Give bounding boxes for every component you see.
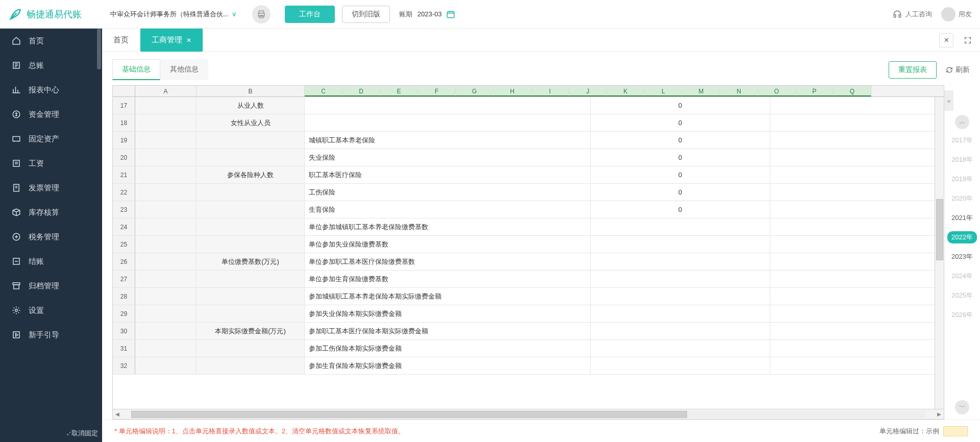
sidebar-item-stock[interactable]: 库存核算 xyxy=(0,200,102,225)
cell-description[interactable] xyxy=(305,114,591,131)
year-item[interactable]: 2023年 xyxy=(947,251,977,263)
cell[interactable] xyxy=(135,357,197,374)
cell-category[interactable] xyxy=(197,201,305,218)
cell-value[interactable] xyxy=(591,340,770,357)
cell[interactable] xyxy=(770,323,944,339)
column-header[interactable]: N xyxy=(720,86,758,96)
sidebar-item-ledger[interactable]: 总账 xyxy=(0,53,102,78)
sidebar-item-invoice[interactable]: 发票管理 xyxy=(0,176,102,200)
cell-category[interactable] xyxy=(197,218,305,235)
cell-description[interactable]: 单位参加职工基本医疗保险缴费基数 xyxy=(305,253,591,270)
column-header[interactable]: I xyxy=(531,86,569,96)
column-header[interactable]: E xyxy=(380,86,418,96)
sidebar-item-chart[interactable]: 报表中心 xyxy=(0,78,102,102)
sidebar-item-fund[interactable]: 资金管理 xyxy=(0,102,102,127)
row-header[interactable]: 31 xyxy=(113,340,135,357)
org-selector[interactable]: 中审众环会计师事务所（特殊普通合伙... ∨ xyxy=(110,10,237,19)
sidebar-item-home[interactable]: 首页 xyxy=(0,29,102,53)
cell-value[interactable]: 0 xyxy=(591,184,770,201)
sub-tab[interactable]: 其他信息 xyxy=(160,59,208,80)
cell[interactable] xyxy=(135,340,197,357)
cell-description[interactable]: 参加职工基本医疗保险本期实际缴费金额 xyxy=(305,323,591,339)
cell-value[interactable] xyxy=(591,357,770,374)
cell-value[interactable] xyxy=(591,253,770,270)
cell-value[interactable]: 0 xyxy=(591,201,770,218)
cell-category[interactable] xyxy=(197,236,305,253)
column-header[interactable]: A xyxy=(135,86,197,96)
cell[interactable] xyxy=(770,184,944,201)
cell[interactable] xyxy=(135,271,197,287)
cell[interactable] xyxy=(135,253,197,270)
close-all-tabs-button[interactable]: ✕ xyxy=(939,33,953,47)
cell[interactable] xyxy=(135,218,197,235)
spreadsheet[interactable]: ABCDEFGHIJKLMNOPQ 17从业人数018女性从业人员019城镇职工… xyxy=(112,85,944,420)
sidebar-item-guide[interactable]: 新手引导 xyxy=(0,323,102,347)
cell-description[interactable]: 单位参加失业保险缴费基数 xyxy=(305,236,591,253)
sidebar-item-close[interactable]: 结账 xyxy=(0,249,102,274)
cell-description[interactable]: 参加生育保险本期实际缴费金额 xyxy=(305,357,591,374)
cell[interactable] xyxy=(135,184,197,201)
cell[interactable] xyxy=(770,357,944,374)
cell[interactable] xyxy=(135,323,197,339)
row-header[interactable]: 17 xyxy=(113,97,135,114)
row-header[interactable]: 21 xyxy=(113,166,135,183)
cell-description[interactable] xyxy=(305,97,591,114)
row-header[interactable]: 24 xyxy=(113,218,135,235)
year-item[interactable]: 2022年 xyxy=(947,231,977,243)
vertical-scrollbar[interactable] xyxy=(935,97,944,409)
cell-description[interactable]: 参加工伤保险本期实际缴费金额 xyxy=(305,340,591,357)
cell-category[interactable] xyxy=(197,288,305,305)
cell-description[interactable]: 单位参加生育保险缴费基数 xyxy=(305,271,591,287)
cell[interactable] xyxy=(770,132,944,149)
cell[interactable] xyxy=(770,305,944,322)
cell-value[interactable]: 0 xyxy=(591,132,770,149)
cell-value[interactable]: 0 xyxy=(591,149,770,166)
cell-description[interactable]: 单位参加城镇职工基本养老保险缴费基数 xyxy=(305,218,591,235)
cell-description[interactable]: 参加城镇职工基本养老保险本期实际缴费金额 xyxy=(305,288,591,305)
column-header[interactable]: C xyxy=(305,86,342,96)
row-header[interactable]: 25 xyxy=(113,236,135,253)
cell-value[interactable]: 0 xyxy=(591,166,770,183)
cell-value[interactable] xyxy=(591,236,770,253)
cell[interactable] xyxy=(135,132,197,149)
column-header[interactable]: Q xyxy=(834,86,871,96)
column-header[interactable]: B xyxy=(197,86,305,96)
page-tab[interactable]: 首页 xyxy=(102,29,140,52)
row-header[interactable]: 22 xyxy=(113,184,135,201)
cell-description[interactable]: 失业保险 xyxy=(305,149,591,166)
cell-category[interactable] xyxy=(197,132,305,149)
column-header[interactable]: M xyxy=(682,86,720,96)
cell-value[interactable] xyxy=(591,218,770,235)
sidebar-item-asset[interactable]: 固定资产 xyxy=(0,127,102,151)
cell[interactable] xyxy=(770,218,944,235)
cell[interactable] xyxy=(770,166,944,183)
cell-value[interactable] xyxy=(591,288,770,305)
column-header[interactable]: P xyxy=(796,86,834,96)
sidebar-item-settings[interactable]: 设置 xyxy=(0,298,102,323)
cell-description[interactable]: 参加失业保险本期实际缴费金额 xyxy=(305,305,591,322)
cell[interactable] xyxy=(135,236,197,253)
cell-category[interactable] xyxy=(197,149,305,166)
row-header[interactable]: 29 xyxy=(113,305,135,322)
cell-category[interactable]: 本期实际缴费金额(万元) xyxy=(197,323,305,339)
accounting-period[interactable]: 账期 2023-03 xyxy=(399,10,455,19)
page-tab[interactable]: 工商管理✕ xyxy=(140,29,203,52)
cell-category[interactable]: 从业人数 xyxy=(197,97,305,114)
cell-value[interactable] xyxy=(591,271,770,287)
column-header[interactable]: J xyxy=(569,86,607,96)
cell-category[interactable] xyxy=(197,340,305,357)
select-all-corner[interactable] xyxy=(113,86,135,96)
cell[interactable] xyxy=(135,97,197,114)
row-header[interactable]: 30 xyxy=(113,323,135,339)
cell[interactable] xyxy=(135,201,197,218)
print-button[interactable] xyxy=(252,5,271,23)
column-header[interactable]: L xyxy=(645,86,682,96)
year-scroll-down[interactable]: ﹀ xyxy=(955,400,969,414)
column-header[interactable]: H xyxy=(494,86,531,96)
cell-description[interactable]: 工伤保险 xyxy=(305,184,591,201)
cell[interactable] xyxy=(135,149,197,166)
sidebar-item-tax[interactable]: 税务管理 xyxy=(0,225,102,249)
cell[interactable] xyxy=(770,253,944,270)
collapse-rail-button[interactable]: « xyxy=(944,90,953,111)
support-link[interactable]: 人工咨询 xyxy=(892,9,932,19)
